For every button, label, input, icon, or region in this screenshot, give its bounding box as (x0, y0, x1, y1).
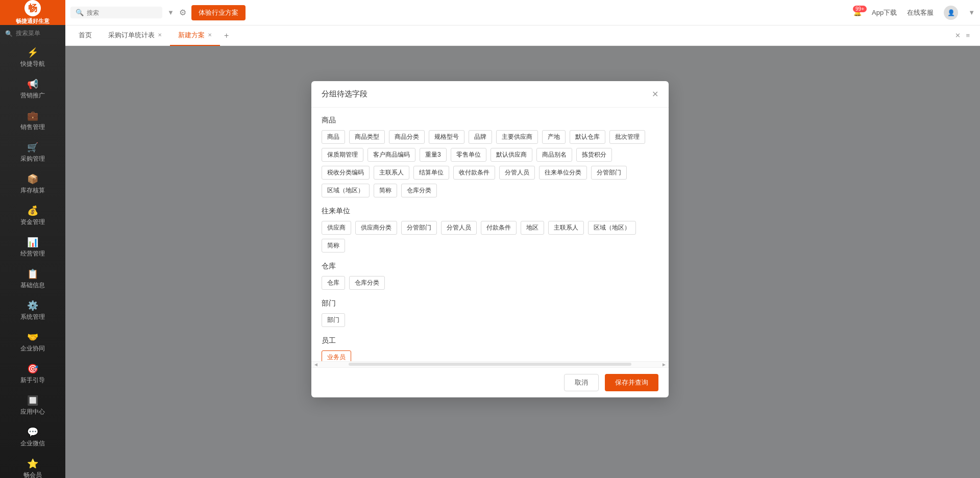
sales-icon: 💼 (27, 110, 38, 121)
sidebar-item-member[interactable]: ⭐ 畅会员 (0, 453, 65, 478)
section-staff: 员工 业务员 (322, 336, 658, 361)
section-warehouse-title: 仓库 (322, 262, 658, 271)
enterprise-icon: 🤝 (27, 332, 38, 343)
field-tag-origin[interactable]: 产地 (542, 130, 566, 144)
field-tag-supplier-category[interactable]: 供应商分类 (355, 221, 397, 235)
field-tag-district[interactable]: 地区 (521, 221, 544, 235)
sidebar-item-app-center[interactable]: 🔲 应用中心 (0, 390, 65, 421)
field-tag-product-alias[interactable]: 商品别名 (536, 148, 572, 162)
tab-bar: 首页 采购订单统计表 ✕ 新建方案 ✕ + ✕ ≡ (65, 26, 980, 46)
sidebar-item-purchase[interactable]: 🛒 采购管理 (0, 137, 65, 168)
section-product: 商品 商品 商品类型 商品分类 规格型号 品牌 主要供应商 产地 默认仓库 批次… (322, 116, 658, 197)
header-search-input[interactable] (87, 9, 148, 16)
field-tag-partner-area[interactable]: 区域（地区） (588, 221, 636, 235)
field-tag-partner-category[interactable]: 往来单位分类 (539, 166, 587, 180)
tab-bar-close[interactable]: ✕ (955, 32, 961, 39)
field-tag-partner-supervisor[interactable]: 分管人员 (441, 221, 477, 235)
online-service-link[interactable]: 在线客服 (907, 8, 934, 17)
avatar-icon: 👤 (947, 9, 955, 16)
sidebar-search[interactable]: 🔍 搜索菜单 (0, 25, 65, 42)
field-tag-manage-dept[interactable]: 分管部门 (591, 166, 627, 180)
field-tag-warehouse[interactable]: 仓库 (322, 276, 345, 290)
field-tag-partner-manage-dept[interactable]: 分管部门 (401, 221, 437, 235)
dropdown-arrow-icon[interactable]: ▼ (167, 9, 174, 16)
field-tag-product-category[interactable]: 商品分类 (389, 130, 425, 144)
field-tag-weight[interactable]: 重量3 (420, 148, 447, 162)
sidebar-item-operation[interactable]: 📊 经营管理 (0, 232, 65, 263)
finance-icon: 💰 (27, 205, 38, 216)
field-tag-warehouse-type[interactable]: 仓库分类 (349, 276, 385, 290)
sidebar-item-system[interactable]: ⚙️ 系统管理 (0, 295, 65, 326)
tab-home[interactable]: 首页 (70, 26, 100, 46)
sidebar-item-enterprise[interactable]: 🤝 企业协同 (0, 326, 65, 358)
tab-purchase-stats[interactable]: 采购订单统计表 ✕ (100, 26, 170, 46)
field-tag-tax-code[interactable]: 税收分类编码 (322, 166, 370, 180)
field-tag-supplier[interactable]: 供应商 (322, 221, 351, 235)
inventory-icon: 📦 (27, 173, 38, 185)
tab-add-button[interactable]: + (220, 31, 233, 40)
field-tag-area-region[interactable]: 区域（地区） (322, 184, 370, 197)
header-search-box[interactable]: 🔍 (70, 7, 162, 18)
sidebar-item-base-info[interactable]: 📋 基础信息 (0, 263, 65, 295)
modal-hscrollbar[interactable]: ◄ ► (311, 361, 669, 367)
marketing-icon: 📢 (27, 79, 38, 90)
hscroll-thumb[interactable] (349, 363, 631, 366)
tab-bar-more[interactable]: ≡ (966, 32, 970, 39)
top-header: 🔍 ▼ ⚙ 体验行业方案 🔔 99+ App下载 在线客服 👤 ▼ (65, 0, 980, 26)
field-tag-brand[interactable]: 品牌 (469, 130, 492, 144)
field-tag-spec-model[interactable]: 规格型号 (429, 130, 464, 144)
field-tag-partner-main-contact[interactable]: 主联系人 (548, 221, 584, 235)
field-tag-retail-unit[interactable]: 零售单位 (451, 148, 486, 162)
field-tag-main-supplier[interactable]: 主要供应商 (496, 130, 538, 144)
field-tag-short-name[interactable]: 简称 (374, 184, 397, 197)
modal-body: 商品 商品 商品类型 商品分类 规格型号 品牌 主要供应商 产地 默认仓库 批次… (311, 108, 669, 361)
field-tag-payment-terms[interactable]: 收付款条件 (453, 166, 495, 180)
field-tag-pick-points[interactable]: 拣货积分 (576, 148, 612, 162)
field-tag-main-contact[interactable]: 主联系人 (374, 166, 409, 180)
gear-settings-icon[interactable]: ⚙ (179, 8, 186, 17)
sidebar-item-marketing[interactable]: 📢 营销推广 (0, 73, 65, 105)
app-center-icon: 🔲 (27, 395, 38, 406)
modal-close-button[interactable]: ✕ (652, 89, 658, 99)
sidebar-item-quick-nav[interactable]: ⚡ 快捷导航 (0, 42, 65, 73)
app-download-link[interactable]: App下载 (872, 8, 897, 17)
notification-wrap[interactable]: 🔔 99+ (853, 9, 862, 16)
field-tag-product-type[interactable]: 商品类型 (349, 130, 385, 144)
modal-footer: 取消 保存并查询 (311, 367, 669, 397)
modal-group-fields: 分组待选字段 ✕ 商品 商品 商品类型 商品分类 规格型号 品牌 主要供应商 产… (311, 81, 669, 397)
cancel-button[interactable]: 取消 (564, 374, 599, 391)
avatar[interactable]: 👤 (944, 6, 958, 20)
field-tag-product[interactable]: 商品 (322, 130, 345, 144)
trial-button[interactable]: 体验行业方案 (191, 5, 246, 20)
field-tag-default-warehouse[interactable]: 默认仓库 (570, 130, 605, 144)
tab-close-new-plan[interactable]: ✕ (208, 32, 212, 38)
field-tag-partner-short-name[interactable]: 简称 (322, 239, 345, 253)
sidebar-item-finance[interactable]: 💰 资金管理 (0, 200, 65, 232)
sidebar-item-wechat[interactable]: 💬 企业微信 (0, 421, 65, 453)
tab-close-purchase[interactable]: ✕ (158, 32, 162, 38)
tab-new-plan[interactable]: 新建方案 ✕ (170, 26, 220, 46)
quick-nav-icon: ⚡ (27, 47, 38, 58)
confirm-button[interactable]: 保存并查询 (605, 374, 658, 391)
field-tag-customer-code[interactable]: 客户商品编码 (368, 148, 415, 162)
user-dropdown-arrow[interactable]: ▼ (968, 9, 975, 16)
field-tag-default-supplier[interactable]: 默认供应商 (491, 148, 532, 162)
sidebar: 畅 畅捷通好生意 🔍 搜索菜单 ⚡ 快捷导航 📢 营销推广 💼 销售管理 🛒 采… (0, 0, 65, 478)
field-tag-expiry-manage[interactable]: 保质期管理 (322, 148, 363, 162)
field-tag-salesperson[interactable]: 业务员 (322, 350, 351, 361)
modal-title: 分组待选字段 (322, 89, 368, 99)
operation-icon: 📊 (27, 237, 38, 248)
sidebar-item-inventory[interactable]: 📦 库存核算 (0, 168, 65, 200)
sidebar-item-sales[interactable]: 💼 销售管理 (0, 105, 65, 137)
sidebar-item-guide[interactable]: 🎯 新手引导 (0, 358, 65, 390)
field-tag-department[interactable]: 部门 (322, 313, 345, 327)
field-tag-warehouse-category[interactable]: 仓库分类 (401, 184, 437, 197)
field-tag-settlement-unit[interactable]: 结算单位 (413, 166, 449, 180)
field-tag-payment-condition[interactable]: 付款条件 (481, 221, 517, 235)
field-tag-batch-manage[interactable]: 批次管理 (609, 130, 645, 144)
section-department-title: 部门 (322, 299, 658, 308)
partner-field-tags: 供应商 供应商分类 分管部门 分管人员 付款条件 地区 主联系人 区域（地区） … (322, 221, 658, 253)
field-tag-supervisor[interactable]: 分管人员 (499, 166, 535, 180)
notification-badge: 99+ (853, 6, 867, 12)
section-partner: 往来单位 供应商 供应商分类 分管部门 分管人员 付款条件 地区 主联系人 区域… (322, 207, 658, 253)
